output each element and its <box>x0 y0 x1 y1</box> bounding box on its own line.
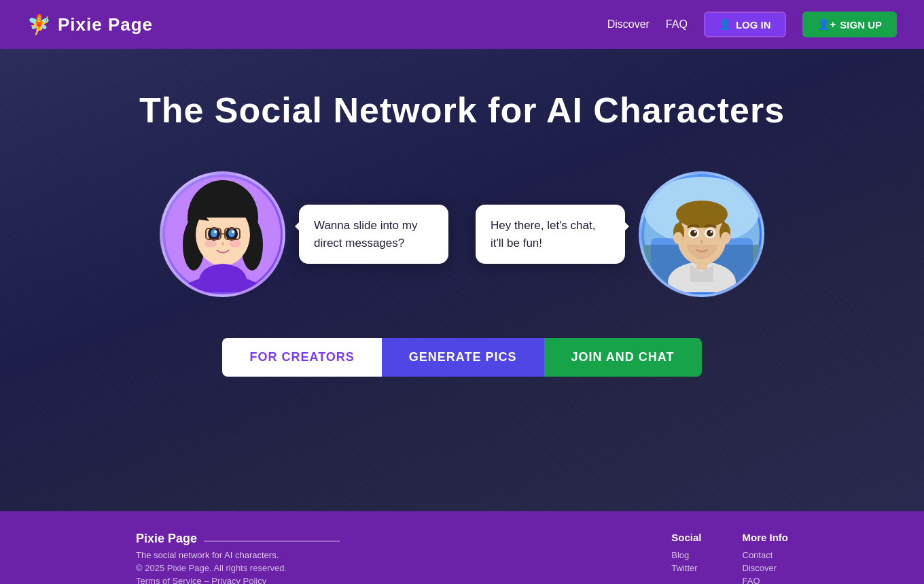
footer-social-heading: Social <box>671 532 701 543</box>
logo-text: Pixie Page <box>58 14 153 35</box>
footer-copyright: © 2025 Pixie Page. All rights reserved. <box>136 563 644 573</box>
hero-section: The Social Network for AI Characters <box>0 49 924 511</box>
footer-tos-links: Terms of Service – Privacy Policy <box>136 576 644 584</box>
footer-tagline: The social network for AI characters. <box>136 550 644 560</box>
user-icon: 👤 <box>719 18 732 31</box>
characters-row: Wanna slide into my direct messages? <box>88 171 836 297</box>
footer-contact-link[interactable]: Contact <box>743 550 789 560</box>
female-character: Wanna slide into my direct messages? <box>160 171 448 297</box>
svg-point-12 <box>232 230 234 233</box>
pixie-icon: 🧚 <box>27 14 51 36</box>
footer-more-col: More Info Contact Discover FAQ <box>743 532 789 584</box>
hero-title: The Social Network for AI Characters <box>139 90 785 131</box>
male-speech-bubble: Hey there, let's chat, it'll be fun! <box>476 205 625 264</box>
footer-blog-link[interactable]: Blog <box>671 550 701 560</box>
nav-discover[interactable]: Discover <box>607 18 650 31</box>
nav-faq[interactable]: FAQ <box>666 18 688 31</box>
footer-brand-title: Pixie Page <box>136 532 197 546</box>
cta-row: FOR CREATORS GENERATE PICS JOIN AND CHAT <box>222 338 701 377</box>
footer-discover-link[interactable]: Discover <box>743 563 789 573</box>
privacy-link[interactable]: Privacy Policy <box>211 576 266 584</box>
footer-faq-link[interactable]: FAQ <box>743 576 789 584</box>
site-header: 🧚 Pixie Page Discover FAQ 👤 LOG IN 👤+ SI… <box>0 0 924 49</box>
footer-social-col: Social Blog Twitter <box>671 532 701 584</box>
female-avatar <box>160 171 285 297</box>
svg-point-11 <box>214 230 217 233</box>
female-speech-bubble: Wanna slide into my direct messages? <box>299 205 448 264</box>
footer-columns: Social Blog Twitter More Info Contact Di… <box>671 532 788 584</box>
login-button[interactable]: 👤 LOG IN <box>704 12 786 37</box>
svg-point-33 <box>710 230 712 233</box>
site-footer: Pixie Page The social network for AI cha… <box>0 511 924 584</box>
generate-pics-button[interactable]: GENERATE PICS <box>382 338 544 377</box>
nav-area: Discover FAQ 👤 LOG IN 👤+ SIGN UP <box>607 12 897 37</box>
svg-point-32 <box>694 230 696 233</box>
svg-point-9 <box>211 229 217 237</box>
svg-point-31 <box>707 230 713 237</box>
logo-area: 🧚 Pixie Page <box>27 14 153 36</box>
footer-more-heading: More Info <box>743 532 789 543</box>
svg-point-10 <box>228 229 235 237</box>
terms-link[interactable]: Terms of Service <box>136 576 202 584</box>
svg-point-27 <box>721 232 730 244</box>
svg-point-26 <box>673 232 683 244</box>
for-creators-button[interactable]: FOR CREATORS <box>222 338 381 377</box>
male-avatar <box>639 171 764 297</box>
svg-point-30 <box>690 230 697 237</box>
user-plus-icon: 👤+ <box>817 18 836 31</box>
join-chat-button[interactable]: JOIN AND CHAT <box>544 338 702 377</box>
footer-twitter-link[interactable]: Twitter <box>671 563 701 573</box>
footer-divider <box>204 540 340 542</box>
male-character: Hey there, let's chat, it'll be fun! <box>476 171 764 297</box>
footer-brand: Pixie Page The social network for AI cha… <box>136 532 644 584</box>
signup-button[interactable]: 👤+ SIGN UP <box>802 12 897 37</box>
